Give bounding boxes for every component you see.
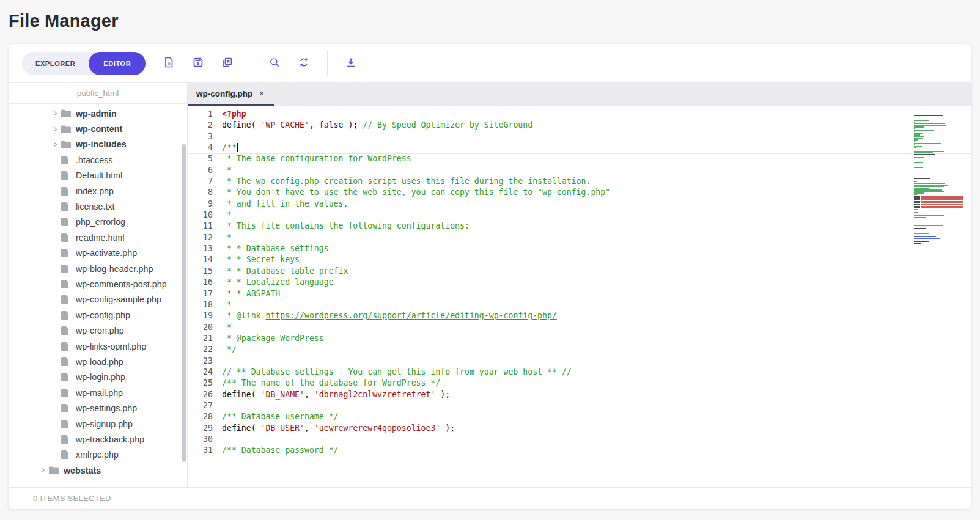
tree-file-wp-signup-php[interactable]: wp-signup.php bbox=[9, 416, 187, 431]
tree-file-wp-settings-php[interactable]: wp-settings.php bbox=[9, 400, 187, 416]
file-icon bbox=[61, 389, 71, 397]
folder-icon bbox=[49, 466, 59, 475]
tree-item-label: xmlrpc.php bbox=[76, 450, 119, 460]
editor-toggle-button[interactable]: EDITOR bbox=[89, 52, 146, 75]
save-button[interactable] bbox=[183, 51, 213, 76]
tree-folder-wp-includes[interactable]: wp-includes bbox=[9, 137, 187, 152]
tree-file-readme-html[interactable]: readme.html bbox=[9, 230, 187, 245]
folder-icon bbox=[61, 140, 71, 148]
code-text: // ** Database settings - You can get th… bbox=[222, 367, 971, 378]
tree-file-wp-login-php[interactable]: wp-login.php bbox=[9, 370, 187, 385]
code-text bbox=[222, 434, 971, 445]
line-number: 3 bbox=[188, 131, 222, 142]
code-text: <?php bbox=[222, 109, 971, 120]
close-file-button[interactable] bbox=[213, 51, 242, 76]
line-number: 16 bbox=[188, 277, 222, 288]
tree-file-wp-mail-php[interactable]: wp-mail.php bbox=[9, 385, 187, 400]
sidebar-scrollbar-thumb[interactable] bbox=[182, 144, 186, 462]
minimap-row bbox=[914, 194, 970, 195]
file-icon bbox=[61, 342, 71, 351]
file-icon bbox=[61, 156, 71, 164]
minimap-row bbox=[914, 174, 970, 174]
tab-close-icon[interactable]: ✕ bbox=[259, 90, 264, 97]
tree-file-php-errorlog[interactable]: php_errorlog bbox=[9, 214, 187, 230]
minimap-row bbox=[914, 236, 970, 237]
minimap-row bbox=[914, 199, 970, 200]
line-number: 23 bbox=[188, 356, 222, 367]
tree-file-license-txt[interactable]: license.txt bbox=[9, 199, 187, 214]
line-number: 20 bbox=[188, 322, 222, 333]
minimap-row bbox=[914, 207, 970, 208]
minimap-row bbox=[914, 151, 970, 152]
editor-minimap[interactable] bbox=[912, 112, 971, 241]
minimap-row bbox=[914, 120, 970, 121]
tree-file-wp-activate-php[interactable]: wp-activate.php bbox=[9, 246, 187, 261]
minimap-row bbox=[914, 175, 970, 175]
minimap-row bbox=[914, 233, 970, 233]
minimap-row bbox=[914, 162, 970, 163]
tab-wp-config[interactable]: wp-config.php ✕ bbox=[188, 83, 274, 106]
editor-tab-bar: wp-config.php ✕ bbox=[188, 83, 971, 106]
code-line: 12 * bbox=[188, 232, 971, 243]
minimap-row bbox=[914, 243, 970, 243]
tree-folder-webstats[interactable]: webstats bbox=[9, 463, 187, 478]
tree-item-label: .htaccess bbox=[76, 155, 112, 165]
tree-item-label: webstats bbox=[64, 466, 101, 475]
file-icon bbox=[61, 202, 71, 211]
tree-file-wp-blog-header-php[interactable]: wp-blog-header.php bbox=[9, 261, 187, 276]
code-text: * @package WordPress bbox=[222, 333, 971, 344]
tree-folder-wp-content[interactable]: wp-content bbox=[9, 121, 187, 136]
tree-item-label: wp-includes bbox=[76, 139, 127, 149]
search-replace-button[interactable] bbox=[289, 51, 319, 76]
chevron-right-icon[interactable] bbox=[38, 467, 48, 473]
tree-folder-wp-admin[interactable]: wp-admin bbox=[9, 106, 187, 121]
file-explorer-sidebar: public_html wp-adminwp-contentwp-include… bbox=[9, 83, 188, 487]
tree-file-wp-comments-post-php[interactable]: wp-comments-post.php bbox=[9, 276, 187, 291]
explorer-toggle-button[interactable]: EXPLORER bbox=[22, 52, 89, 75]
line-number: 14 bbox=[188, 254, 222, 265]
file-tree[interactable]: wp-adminwp-contentwp-includes.htaccessDe… bbox=[9, 104, 187, 487]
download-button[interactable] bbox=[336, 51, 366, 76]
tree-file-index-php[interactable]: index.php bbox=[9, 183, 187, 199]
toolbar-divider bbox=[251, 51, 251, 76]
new-file-button[interactable] bbox=[154, 51, 183, 76]
code-line: 3 bbox=[188, 131, 971, 142]
code-line: 31/** Database password */ bbox=[188, 445, 971, 456]
code-text: */ bbox=[222, 344, 971, 355]
tree-file-wp-config-php[interactable]: wp-config.php bbox=[9, 307, 187, 323]
minimap-row bbox=[914, 206, 970, 207]
file-icon bbox=[61, 233, 71, 242]
tree-file-default-html[interactable]: Default.html bbox=[9, 168, 187, 183]
chevron-right-icon[interactable] bbox=[50, 142, 60, 147]
tree-file-xmlrpc-php[interactable]: xmlrpc.php bbox=[9, 447, 187, 463]
tree-file--htaccess[interactable]: .htaccess bbox=[9, 152, 187, 167]
chevron-right-icon[interactable] bbox=[50, 126, 60, 132]
minimap-row bbox=[914, 201, 970, 202]
search-button[interactable] bbox=[260, 51, 289, 76]
code-editor[interactable]: 1<?php2define( 'WP_CACHE', false ); // B… bbox=[188, 106, 971, 487]
minimap-row bbox=[914, 191, 970, 192]
tree-item-label: wp-trackback.php bbox=[76, 434, 144, 444]
minimap-row bbox=[914, 143, 970, 144]
minimap-row bbox=[914, 126, 970, 127]
file-icon bbox=[61, 357, 71, 366]
tree-file-wp-cron-php[interactable]: wp-cron.php bbox=[9, 323, 187, 338]
chevron-right-icon[interactable] bbox=[50, 111, 60, 116]
tree-file-wp-links-opml-php[interactable]: wp-links-opml.php bbox=[9, 339, 187, 354]
minimap-row bbox=[914, 188, 970, 188]
minimap-row bbox=[914, 224, 970, 224]
minimap-row bbox=[914, 122, 970, 122]
code-text: * * Localized language bbox=[222, 277, 971, 288]
content-area: public_html wp-adminwp-contentwp-include… bbox=[9, 83, 971, 487]
file-icon bbox=[61, 249, 71, 257]
tree-file-wp-load-php[interactable]: wp-load.php bbox=[9, 354, 187, 369]
minimap-row bbox=[914, 180, 970, 180]
minimap-row bbox=[914, 167, 970, 167]
minimap-row bbox=[914, 152, 970, 153]
tree-item-label: license.txt bbox=[76, 202, 115, 211]
code-line: 11 * This file contains the following co… bbox=[188, 221, 971, 232]
tree-file-wp-trackback-php[interactable]: wp-trackback.php bbox=[9, 431, 187, 447]
code-line: 18 * bbox=[188, 299, 971, 310]
code-line: 13 * * Database settings bbox=[188, 243, 971, 254]
tree-file-wp-config-sample-php[interactable]: wp-config-sample.php bbox=[9, 292, 187, 307]
